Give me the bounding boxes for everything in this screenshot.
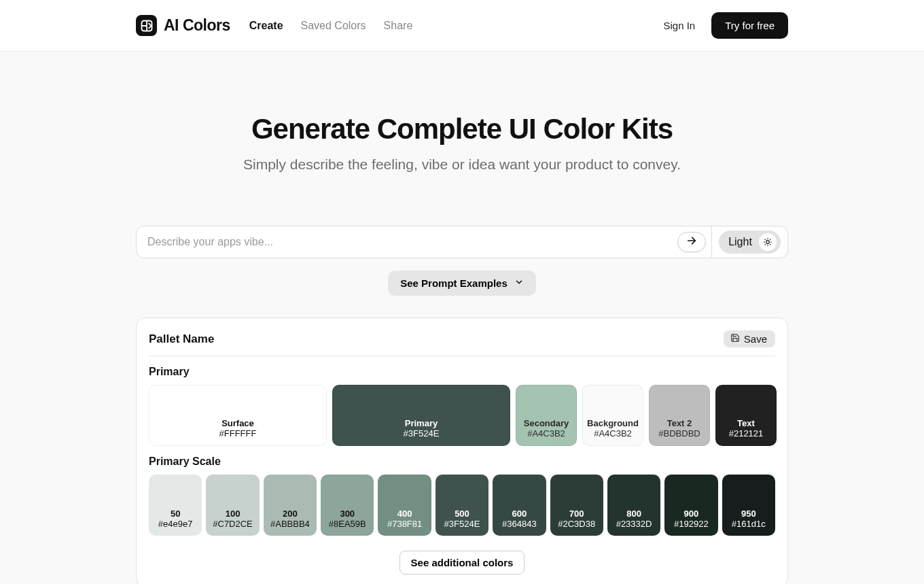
- scale-step: 600: [512, 509, 527, 519]
- save-button[interactable]: Save: [724, 330, 775, 347]
- role-hex: #FFFFFF: [219, 428, 257, 439]
- scale-hex: #C7D2CE: [213, 519, 253, 529]
- role-hex: #BDBDBD: [658, 428, 700, 439]
- scale-hex: #23332D: [616, 519, 652, 529]
- scale-swatch-600[interactable]: 600#364843: [493, 475, 546, 536]
- card-header: Pallet Name Save: [149, 330, 775, 356]
- prompt-row: Light: [136, 226, 788, 258]
- logo[interactable]: AI Colors: [136, 15, 230, 36]
- scale-step: 800: [626, 509, 641, 519]
- scale-hex: #738F81: [387, 519, 422, 529]
- svg-line-7: [764, 239, 765, 240]
- scale-step: 400: [397, 509, 412, 519]
- nav-create[interactable]: Create: [249, 20, 283, 32]
- scale-step: 950: [741, 509, 756, 519]
- nav-saved-colors[interactable]: Saved Colors: [301, 20, 366, 32]
- scale-swatch-500[interactable]: 500#3F524E: [436, 475, 488, 536]
- header-right: Sign In Try for free: [664, 12, 789, 39]
- scale-swatch-200[interactable]: 200#ABBBB4: [264, 475, 317, 536]
- prompt-box: [136, 226, 712, 258]
- see-additional-colors-button[interactable]: See additional colors: [399, 551, 525, 574]
- svg-point-2: [766, 241, 770, 244]
- main: Generate Complete UI Color Kits Simply d…: [0, 52, 924, 584]
- hero-subtitle: Simply describe the feeling, vibe or ide…: [0, 156, 924, 173]
- scale-hex: #161d1c: [732, 519, 766, 529]
- prompt-input[interactable]: [147, 236, 677, 248]
- scale-step: 900: [684, 509, 699, 519]
- see-prompt-examples-label: See Prompt Examples: [400, 277, 508, 289]
- submit-button[interactable]: [677, 232, 706, 252]
- scale-swatch-900[interactable]: 900#192922: [664, 475, 717, 536]
- role-hex: #3F524E: [404, 428, 440, 439]
- logo-text: AI Colors: [164, 16, 230, 35]
- role-swatch-primary[interactable]: Primary#3F524E: [332, 385, 510, 446]
- theme-pill: Light: [719, 230, 781, 254]
- role-hex: #A4C3B2: [594, 428, 632, 439]
- palette-card: Pallet Name Save Primary Surface#FFFFFFP…: [136, 317, 788, 584]
- scale-swatch-50[interactable]: 50#e4e9e7: [149, 475, 202, 536]
- sign-in-link[interactable]: Sign In: [664, 20, 696, 31]
- scale-swatch-800[interactable]: 800#23332D: [607, 475, 660, 536]
- role-name: Secondary: [524, 418, 569, 428]
- svg-line-9: [764, 244, 765, 245]
- try-for-free-button[interactable]: Try for free: [711, 12, 788, 39]
- scale-hex: #364843: [502, 519, 537, 529]
- role-name: Text: [737, 418, 755, 428]
- role-swatch-row: Surface#FFFFFFPrimary#3F524ESecondary#A4…: [149, 385, 775, 446]
- primary-scale-label: Primary Scale: [149, 456, 775, 468]
- role-name: Text 2: [667, 418, 692, 428]
- save-icon: [730, 333, 740, 345]
- scale-hex: #2C3D38: [558, 519, 595, 529]
- scale-swatch-400[interactable]: 400#738F81: [378, 475, 431, 536]
- scale-step: 50: [171, 509, 180, 519]
- scale-swatch-950[interactable]: 950#161d1c: [722, 475, 775, 536]
- role-name: Background: [587, 418, 639, 428]
- palette-name[interactable]: Pallet Name: [149, 332, 214, 346]
- logo-icon: [136, 15, 157, 36]
- primary-label: Primary: [149, 366, 775, 378]
- sun-icon: [759, 233, 777, 251]
- scale-step: 100: [226, 509, 241, 519]
- scale-step: 700: [569, 509, 584, 519]
- nav-share[interactable]: Share: [384, 20, 413, 32]
- scale-swatch-row: 50#e4e9e7100#C7D2CE200#ABBBB4300#8EA59B4…: [149, 475, 775, 536]
- scale-step: 500: [455, 509, 469, 519]
- scale-step: 200: [283, 509, 298, 519]
- svg-line-10: [770, 239, 770, 240]
- role-name: Surface: [221, 418, 254, 428]
- save-label: Save: [744, 333, 767, 345]
- scale-hex: #8EA59B: [329, 519, 366, 529]
- role-name: Primary: [405, 418, 438, 428]
- svg-line-8: [770, 244, 770, 245]
- hero-title: Generate Complete UI Color Kits: [0, 113, 924, 145]
- header: AI Colors Create Saved Colors Share Sign…: [0, 0, 924, 52]
- scale-step: 300: [340, 509, 355, 519]
- scale-hex: #192922: [674, 519, 709, 529]
- theme-toggle[interactable]: Light: [712, 226, 788, 258]
- role-swatch-text-2[interactable]: Text 2#BDBDBD: [649, 385, 710, 446]
- scale-swatch-300[interactable]: 300#8EA59B: [321, 475, 374, 536]
- chevron-down-icon: [514, 277, 524, 289]
- role-swatch-text[interactable]: Text#212121: [715, 385, 777, 446]
- scale-hex: #3F524E: [444, 519, 480, 529]
- arrow-right-icon: [686, 235, 697, 249]
- role-swatch-secondary[interactable]: Secondary#A4C3B2: [516, 385, 577, 446]
- role-swatch-background[interactable]: Background#A4C3B2: [582, 385, 643, 446]
- scale-hex: #ABBBB4: [270, 519, 310, 529]
- see-prompt-examples-button[interactable]: See Prompt Examples: [388, 271, 536, 296]
- theme-label: Light: [728, 236, 752, 248]
- role-hex: #212121: [729, 428, 764, 439]
- main-nav: Create Saved Colors Share: [249, 20, 413, 32]
- scale-swatch-100[interactable]: 100#C7D2CE: [206, 475, 259, 536]
- scale-swatch-700[interactable]: 700#2C3D38: [550, 475, 603, 536]
- role-hex: #A4C3B2: [527, 428, 565, 439]
- scale-hex: #e4e9e7: [158, 519, 193, 529]
- role-swatch-surface[interactable]: Surface#FFFFFF: [149, 385, 327, 446]
